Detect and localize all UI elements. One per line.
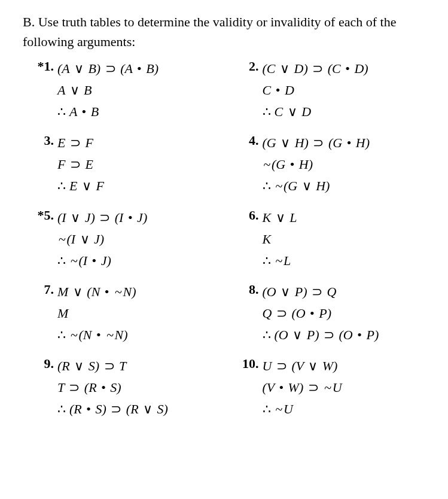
problem-argument: (C ∨ D) ⊃ (C • D) C • D ∴C ∨ D <box>263 59 368 122</box>
problem-10: 10. U ⊃ (V ∨ W) (V • W) ⊃ ~U ∴~U <box>239 356 432 419</box>
premise: (R ∨ S) ⊃ T <box>57 356 168 376</box>
problem-2: 2. (C ∨ D) ⊃ (C • D) C • D ∴C ∨ D <box>239 59 432 122</box>
premise: (C ∨ D) ⊃ (C • D) <box>263 59 368 79</box>
premise: (V • W) ⊃ ~U <box>263 378 342 398</box>
therefore-symbol: ∴ <box>263 325 271 345</box>
premise: (O ∨ P) ⊃ Q <box>263 282 379 302</box>
problems-grid: *1. (A ∨ B) ⊃ (A • B) A ∨ B ∴A • B 2. (C… <box>23 59 431 419</box>
premise: (A ∨ B) ⊃ (A • B) <box>57 59 159 79</box>
problem-argument: K ∨ L K ∴~L <box>263 208 297 271</box>
premise: E ⊃ F <box>57 133 104 153</box>
premise: U ⊃ (V ∨ W) <box>263 356 342 376</box>
premise: C • D <box>263 80 368 101</box>
problem-number: 2. <box>239 59 263 74</box>
premise: ~(I ∨ J) <box>57 229 147 250</box>
problem-argument: (G ∨ H) ⊃ (G • H) ~(G • H) ∴~(G ∨ H) <box>263 133 370 196</box>
problem-number: 9. <box>33 356 57 372</box>
problem-9: 9. (R ∨ S) ⊃ T T ⊃ (R • S) ∴(R • S) ⊃ (R… <box>33 356 227 419</box>
problem-number: *5. <box>33 208 57 223</box>
section-intro: B. Use truth tables to determine the val… <box>23 12 431 51</box>
therefore-symbol: ∴ <box>263 176 271 196</box>
therefore-symbol: ∴ <box>57 325 66 345</box>
problem-8: 8. (O ∨ P) ⊃ Q Q ⊃ (O • P) ∴(O ∨ P) ⊃ (O… <box>239 282 432 345</box>
premise: (G ∨ H) ⊃ (G • H) <box>263 133 370 153</box>
premise: Q ⊃ (O • P) <box>263 303 379 324</box>
problem-argument: (O ∨ P) ⊃ Q Q ⊃ (O • P) ∴(O ∨ P) ⊃ (O • … <box>263 282 379 345</box>
problem-argument: U ⊃ (V ∨ W) (V • W) ⊃ ~U ∴~U <box>263 356 342 419</box>
problem-number: 8. <box>239 282 263 297</box>
therefore-symbol: ∴ <box>57 102 66 122</box>
problem-number: 10. <box>239 356 263 372</box>
premise: F ⊃ E <box>57 154 104 175</box>
premise: A ∨ B <box>57 80 159 101</box>
premise: K <box>263 229 297 250</box>
conclusion: ∴A • B <box>57 102 159 122</box>
conclusion: ∴~(N • ~N) <box>57 325 136 345</box>
problem-7: 7. M ∨ (N • ~N) M ∴~(N • ~N) <box>33 282 227 345</box>
conclusion: ∴~U <box>263 399 342 419</box>
premise: (I ∨ J) ⊃ (I • J) <box>57 208 147 228</box>
section-label: B. <box>23 14 35 29</box>
therefore-symbol: ∴ <box>57 399 66 419</box>
problem-argument: M ∨ (N • ~N) M ∴~(N • ~N) <box>57 282 136 345</box>
problem-6: 6. K ∨ L K ∴~L <box>239 208 432 271</box>
therefore-symbol: ∴ <box>263 399 271 419</box>
problem-number: *1. <box>33 59 57 74</box>
conclusion: ∴(O ∨ P) ⊃ (O • P) <box>263 325 379 345</box>
therefore-symbol: ∴ <box>57 176 66 196</box>
conclusion: ∴~L <box>263 251 297 271</box>
problem-4: 4. (G ∨ H) ⊃ (G • H) ~(G • H) ∴~(G ∨ H) <box>239 133 432 196</box>
problem-3: 3. E ⊃ F F ⊃ E ∴E ∨ F <box>33 133 227 196</box>
problem-argument: (I ∨ J) ⊃ (I • J) ~(I ∨ J) ∴~(I • J) <box>57 208 147 271</box>
problem-5: *5. (I ∨ J) ⊃ (I • J) ~(I ∨ J) ∴~(I • J) <box>33 208 227 271</box>
therefore-symbol: ∴ <box>263 102 271 122</box>
problem-number: 4. <box>239 133 263 148</box>
therefore-symbol: ∴ <box>57 251 66 271</box>
premise: ~(G • H) <box>263 154 370 175</box>
problem-number: 6. <box>239 208 263 223</box>
problem-argument: (A ∨ B) ⊃ (A • B) A ∨ B ∴A • B <box>57 59 159 122</box>
problem-1: *1. (A ∨ B) ⊃ (A • B) A ∨ B ∴A • B <box>33 59 227 122</box>
section-instructions: Use truth tables to determine the validi… <box>23 14 396 49</box>
conclusion: ∴~(I • J) <box>57 251 147 271</box>
problem-argument: E ⊃ F F ⊃ E ∴E ∨ F <box>57 133 104 196</box>
therefore-symbol: ∴ <box>263 251 271 271</box>
premise: T ⊃ (R • S) <box>57 378 168 398</box>
problem-number: 3. <box>33 133 57 148</box>
problem-number: 7. <box>33 282 57 297</box>
conclusion: ∴~(G ∨ H) <box>263 176 370 196</box>
conclusion: ∴E ∨ F <box>57 176 104 196</box>
premise: M <box>57 303 136 324</box>
conclusion: ∴(R • S) ⊃ (R ∨ S) <box>57 399 168 419</box>
conclusion: ∴C ∨ D <box>263 102 368 122</box>
premise: K ∨ L <box>263 208 297 228</box>
problem-argument: (R ∨ S) ⊃ T T ⊃ (R • S) ∴(R • S) ⊃ (R ∨ … <box>57 356 168 419</box>
premise: M ∨ (N • ~N) <box>57 282 136 302</box>
